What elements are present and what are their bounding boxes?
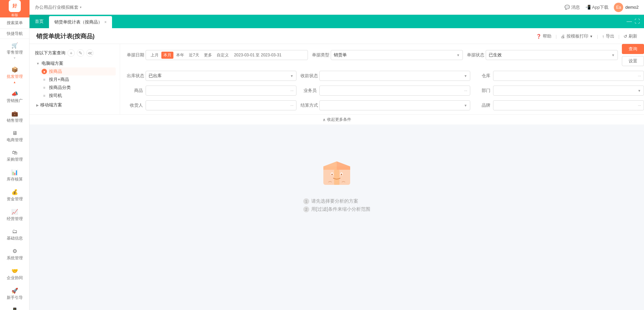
sidebar-item-basic[interactable]: 🗂 基础信息 xyxy=(0,225,29,245)
out-status-control[interactable]: 已出库 ▼ xyxy=(146,71,297,81)
tab-minimize-icon[interactable]: — xyxy=(627,18,632,24)
tab-close-icon[interactable]: × xyxy=(104,20,107,24)
chevron-up-collapse-icon: ∧ xyxy=(323,117,326,122)
filter-body: 按以下方案查询 + ✎ ≪ xyxy=(30,44,644,114)
tree-item-by-product[interactable]: ● 按商品 xyxy=(40,67,116,75)
receive-status-control[interactable]: ▼ xyxy=(319,71,470,81)
doc-status-dropdown-icon: ▼ xyxy=(611,53,615,57)
refresh-button[interactable]: ↺ 刷新 xyxy=(624,33,637,39)
sidebar-item-inventory[interactable]: 📊 库存核算 xyxy=(0,166,29,186)
add-scheme-button[interactable]: + xyxy=(67,49,75,57)
tree-expand-icon: ▼ xyxy=(36,62,40,65)
date-tab-more[interactable]: 更多 xyxy=(202,52,214,59)
payment-dropdown-icon: ▼ xyxy=(464,104,467,107)
payment-field: 结算方式 ▼ xyxy=(301,100,470,110)
date-tab-last-month[interactable]: 上月 xyxy=(149,52,161,59)
tabbar-actions: — ⛶ xyxy=(627,18,644,24)
tab-bar: 首页 销货单统计表（按商品） × — ⛶ xyxy=(30,15,644,28)
tab-maximize-icon[interactable]: ⛶ xyxy=(635,18,640,24)
sidebar: 好 标版 搜索菜单 快捷导航 🛒 零售管理 ▼ 📦 批发管理 ▲ 📣 营销推广 … xyxy=(0,0,30,310)
doc-type-field: 单据类型 销货单 ▼ xyxy=(312,50,463,60)
date-tab-7days[interactable]: 近7天 xyxy=(187,52,201,59)
retail-icon: 🛒 xyxy=(11,42,18,49)
filter-left-header: 按以下方案查询 + ✎ ≪ xyxy=(35,49,116,57)
svg-point-3 xyxy=(331,174,333,175)
user-menu[interactable]: Ea demo2 xyxy=(614,3,639,12)
sidebar-item-finance[interactable]: 💰 资金管理 xyxy=(0,186,29,205)
pc-section-header[interactable]: ▼ 电脑端方案 xyxy=(35,59,116,67)
sidebar-item-marketing[interactable]: 📣 营销推广 xyxy=(0,87,29,107)
system-icon: ⚙ xyxy=(12,248,17,254)
sidebar-item-corp[interactable]: 🤝 企业协同 xyxy=(0,264,29,284)
date-control[interactable]: 上月 本月 本年 近7天 更多 自定义 2023-03-01 至 2023-03… xyxy=(146,50,308,60)
print-button[interactable]: 🖨 按模板打印 ▼ xyxy=(561,33,593,39)
app-logo[interactable]: 好 标版 xyxy=(0,0,30,17)
dept-control[interactable]: ▼ xyxy=(493,86,644,96)
product-control[interactable]: ··· xyxy=(146,86,297,96)
sidebar-item-retail[interactable]: 🛒 零售管理 ▼ xyxy=(0,39,29,63)
receiver-more-icon[interactable]: ··· xyxy=(290,103,293,107)
mobile-section-header[interactable]: ▶ 移动端方案 xyxy=(35,101,116,109)
marketing-icon: 📣 xyxy=(11,91,18,97)
hint-2-num: 2 xyxy=(303,206,309,212)
receiver-control[interactable]: ··· xyxy=(146,100,297,110)
svg-point-4 xyxy=(341,174,342,175)
sidebar-item-sales[interactable]: 💼 销售管理 xyxy=(0,107,29,127)
tree-item-by-driver[interactable]: ≡ 按司机 xyxy=(40,92,116,100)
wholesale-icon: 📦 xyxy=(11,66,18,73)
sidebar-item-system[interactable]: ⚙ 系统管理 xyxy=(0,245,29,264)
sidebar-item-wholesale[interactable]: 📦 批发管理 ▲ xyxy=(0,63,29,87)
staff-field: 业务员 ··· xyxy=(301,86,470,96)
collapse-more-conditions[interactable]: ∧ 收起更多条件 xyxy=(30,114,644,124)
industry-title[interactable]: 办公用品行业模拟账套 ▾ xyxy=(35,4,82,10)
warehouse-more-icon[interactable]: ··· xyxy=(638,74,641,78)
sidebar-item-appstore[interactable]: 📱 应用中心 xyxy=(0,304,29,310)
help-button[interactable]: ❓ 帮助 xyxy=(536,33,551,39)
edit-icon: ✎ xyxy=(78,50,83,56)
date-tab-this-month[interactable]: 本月 xyxy=(161,52,173,59)
dept-dropdown-icon: ▼ xyxy=(638,89,641,93)
app-download-button[interactable]: 📲 App下载 xyxy=(585,4,608,10)
download-icon: 📲 xyxy=(585,5,591,10)
staff-more-icon[interactable]: ··· xyxy=(464,89,467,93)
tab-sales-report[interactable]: 销货单统计表（按商品） × xyxy=(49,16,112,28)
brand-control[interactable]: ··· xyxy=(493,100,644,110)
query-button[interactable]: 查询 xyxy=(622,44,644,54)
tab-home[interactable]: 首页 xyxy=(30,15,49,28)
sidebar-quick-nav[interactable]: 快捷导航 xyxy=(0,29,29,39)
tree-item-by-category[interactable]: ≡ 按商品分类 xyxy=(40,84,116,92)
sidebar-item-purchase[interactable]: 🛍 采购管理 xyxy=(0,146,29,166)
date-range-value: 2023-03-01 至 2023-03-31 xyxy=(234,52,281,58)
export-button[interactable]: ↑ 导出 xyxy=(602,33,614,39)
collapse-tree-button[interactable]: ≪ xyxy=(86,49,94,57)
message-button[interactable]: 💬 消息 xyxy=(565,4,580,10)
warehouse-control[interactable]: ··· xyxy=(493,71,644,81)
main-area: 办公用品行业模拟账套 ▾ 💬 消息 📲 App下载 Ea demo2 首页 销货… xyxy=(30,0,644,310)
edit-scheme-button[interactable]: ✎ xyxy=(77,49,84,57)
operation-icon: 📈 xyxy=(11,209,18,215)
doc-status-control[interactable]: 已生效 ▼ xyxy=(486,50,618,60)
product-more-icon[interactable]: ··· xyxy=(290,89,293,93)
svg-rect-5 xyxy=(334,170,339,185)
date-tab-custom[interactable]: 自定义 xyxy=(215,52,231,59)
settings-button[interactable]: 设置 xyxy=(622,56,644,66)
sidebar-item-operation[interactable]: 📈 经营管理 xyxy=(0,205,29,225)
filter-row-3: 商品 ··· 业务员 ··· xyxy=(127,86,644,96)
doc-type-control[interactable]: 销货单 ▼ xyxy=(331,50,463,60)
brand-more-icon[interactable]: ··· xyxy=(638,103,641,107)
refresh-icon: ↺ xyxy=(624,34,627,39)
sidebar-search[interactable]: 搜索菜单 xyxy=(0,17,29,29)
date-tab-this-year[interactable]: 本年 xyxy=(174,52,186,59)
sidebar-item-ecommerce[interactable]: 🖥 电商管理 xyxy=(0,127,29,146)
pc-tree-children: ● 按商品 ≡ 按月+商品 ≡ 按商品分类 xyxy=(35,67,116,100)
item-icon: ≡ xyxy=(42,85,47,90)
staff-control[interactable]: ··· xyxy=(319,86,470,96)
chevron-up-icon: ▲ xyxy=(13,81,16,84)
sidebar-item-guide[interactable]: 🚀 新手引导 xyxy=(0,284,29,304)
help-icon: ❓ xyxy=(536,34,541,39)
payment-control[interactable]: ▼ xyxy=(319,100,470,110)
mobile-tree-section: ▶ 移动端方案 xyxy=(35,101,116,109)
print-icon: 🖨 xyxy=(561,34,565,39)
message-icon: 💬 xyxy=(565,5,570,10)
tree-item-by-month-product[interactable]: ≡ 按月+商品 xyxy=(40,75,116,84)
